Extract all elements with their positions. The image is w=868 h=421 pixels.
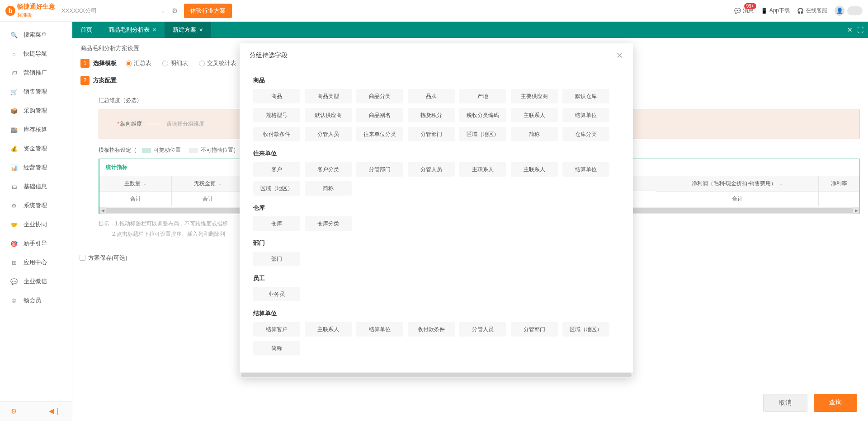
field-option-button[interactable]: 区域（地区） <box>253 181 300 196</box>
field-option-button[interactable]: 商品别名 <box>356 108 403 122</box>
field-group-buttons: 商品商品类型商品分类品牌产地主要供应商默认仓库规格型号默认供应商商品别名拣货积分… <box>253 89 619 141</box>
field-option-button[interactable]: 区域（地区） <box>459 127 506 141</box>
field-option-button[interactable]: 客户 <box>253 162 300 177</box>
field-option-button[interactable]: 商品类型 <box>305 89 352 103</box>
field-option-button[interactable]: 品牌 <box>408 89 455 103</box>
field-option-button[interactable]: 仓库 <box>253 216 300 231</box>
field-picker-modal: 分组待选字段 ✕ 商品商品商品类型商品分类品牌产地主要供应商默认仓库规格型号默认… <box>240 43 633 378</box>
field-option-button[interactable]: 分管部门 <box>511 322 558 337</box>
field-group-buttons: 客户客户分类分管部门分管人员主联系人主联系人结算单位区域（地区）简称 <box>253 162 619 196</box>
field-option-button[interactable]: 商品分类 <box>356 89 403 103</box>
field-group-title: 结算单位 <box>253 309 619 318</box>
field-option-button[interactable]: 规格型号 <box>253 108 300 122</box>
field-option-button[interactable]: 客户分类 <box>305 162 352 177</box>
field-group: 结算单位结算客户主联系人结算单位收付款条件分管人员分管部门区域（地区）简称 <box>253 309 619 356</box>
modal-close-icon[interactable]: ✕ <box>616 51 623 61</box>
field-group-title: 商品 <box>253 76 619 84</box>
field-option-button[interactable]: 往来单位分类 <box>356 127 403 141</box>
field-group-title: 往来单位 <box>253 150 619 158</box>
field-option-button[interactable]: 分管人员 <box>459 322 506 337</box>
field-option-button[interactable]: 商品 <box>253 89 300 103</box>
field-option-button[interactable]: 主联系人 <box>511 162 558 177</box>
field-option-button[interactable]: 区域（地区） <box>562 322 609 337</box>
field-option-button[interactable]: 分管人员 <box>305 127 352 141</box>
modal-hscroll-thumb[interactable] <box>241 373 632 377</box>
field-option-button[interactable]: 结算单位 <box>562 108 609 122</box>
modal-header: 分组待选字段 ✕ <box>240 43 633 68</box>
field-option-button[interactable]: 收付款条件 <box>253 127 300 141</box>
field-group-buttons: 仓库仓库分类 <box>253 216 619 231</box>
field-option-button[interactable]: 结算单位 <box>562 162 609 177</box>
field-option-button[interactable]: 主联系人 <box>511 108 558 122</box>
field-option-button[interactable]: 产地 <box>459 89 506 103</box>
field-group-buttons: 结算客户主联系人结算单位收付款条件分管人员分管部门区域（地区）简称 <box>253 322 619 356</box>
field-option-button[interactable]: 主要供应商 <box>511 89 558 103</box>
field-option-button[interactable]: 税收分类编码 <box>459 108 506 122</box>
field-group-title: 仓库 <box>253 204 619 212</box>
field-option-button[interactable]: 主联系人 <box>305 322 352 337</box>
field-option-button[interactable]: 收付款条件 <box>408 322 455 337</box>
field-group: 商品商品商品类型商品分类品牌产地主要供应商默认仓库规格型号默认供应商商品别名拣货… <box>253 76 619 141</box>
field-group-buttons: 业务员 <box>253 287 619 301</box>
field-group: 员工业务员 <box>253 274 619 301</box>
modal-body: 商品商品商品类型商品分类品牌产地主要供应商默认仓库规格型号默认供应商商品别名拣货… <box>240 68 633 372</box>
field-option-button[interactable]: 结算客户 <box>253 322 300 337</box>
field-option-button[interactable]: 简称 <box>305 181 352 196</box>
field-option-button[interactable]: 仓库分类 <box>562 127 609 141</box>
field-group: 部门部门 <box>253 239 619 266</box>
field-group-title: 部门 <box>253 239 619 247</box>
field-option-button[interactable]: 分管人员 <box>408 162 455 177</box>
field-group: 往来单位客户客户分类分管部门分管人员主联系人主联系人结算单位区域（地区）简称 <box>253 150 619 196</box>
field-group-title: 员工 <box>253 274 619 282</box>
field-group: 仓库仓库仓库分类 <box>253 204 619 231</box>
field-option-button[interactable]: 分管部门 <box>356 162 403 177</box>
field-option-button[interactable]: 简称 <box>253 341 300 356</box>
field-option-button[interactable]: 分管部门 <box>408 127 455 141</box>
field-option-button[interactable]: 业务员 <box>253 287 300 301</box>
modal-title: 分组待选字段 <box>250 51 288 60</box>
field-option-button[interactable]: 部门 <box>253 252 300 266</box>
field-option-button[interactable]: 仓库分类 <box>305 216 352 231</box>
field-option-button[interactable]: 默认仓库 <box>562 89 609 103</box>
field-option-button[interactable]: 结算单位 <box>356 322 403 337</box>
field-group-buttons: 部门 <box>253 252 619 266</box>
field-option-button[interactable]: 默认供应商 <box>305 108 352 122</box>
modal-hscroll[interactable] <box>240 372 633 378</box>
field-option-button[interactable]: 拣货积分 <box>408 108 455 122</box>
field-option-button[interactable]: 主联系人 <box>459 162 506 177</box>
field-option-button[interactable]: 简称 <box>511 127 558 141</box>
